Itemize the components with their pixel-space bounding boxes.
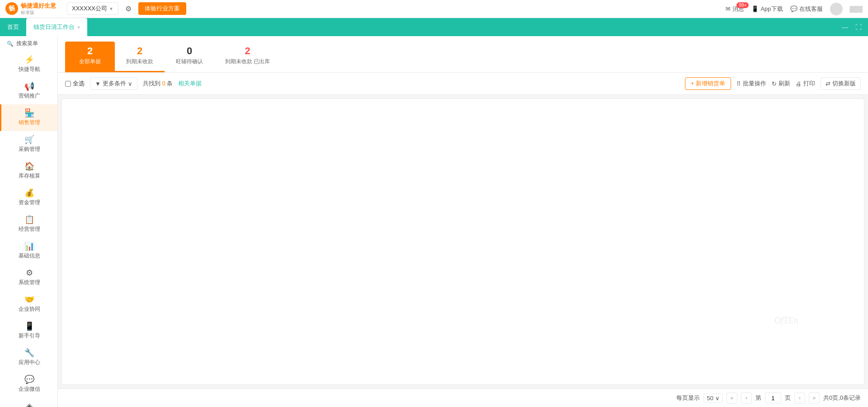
sidebar-item-marketing[interactable]: 📢 营销推广 xyxy=(0,78,57,104)
search-label: 搜索菜单 xyxy=(16,40,38,47)
sidebar-item-inventory[interactable]: 🏠 库存核算 xyxy=(0,158,57,184)
stat-tab-pending[interactable]: 0 旺辅待确认 xyxy=(165,42,214,72)
first-page-btn[interactable]: « xyxy=(726,393,737,403)
found-count-value: 0 xyxy=(162,80,165,87)
pagination-bar: 每页显示 50 ∨ « ‹ 第 页 › » 共0页,0条记录 xyxy=(58,388,868,407)
member-icon: ◈ xyxy=(26,402,33,407)
switch-icon: ⇄ xyxy=(826,80,830,87)
sidebar-item-member[interactable]: ◈ 畅会员 xyxy=(0,398,57,407)
prev-page-btn[interactable]: ‹ xyxy=(741,393,752,403)
filter-chevron-icon: ∨ xyxy=(128,80,132,87)
top-bar-right: ✉ 消息 99+ 📱 App下载 💬 在线客服 ▓▓▓ xyxy=(726,3,863,15)
system-label: 系统管理 xyxy=(19,279,40,286)
stat-shipped-number: 2 xyxy=(245,45,250,57)
company-name: XXXXXX公司 xyxy=(72,5,107,13)
select-all-checkbox[interactable]: 全选 xyxy=(65,80,85,88)
page-suffix: 页 xyxy=(785,394,791,402)
online-service-label: 在线客服 xyxy=(799,5,823,13)
sidebar-item-basic-info[interactable]: 📊 基础信息 xyxy=(0,238,57,264)
minimize-btn[interactable]: — xyxy=(839,22,851,33)
experience-btn[interactable]: 体验行业方案 xyxy=(138,2,186,15)
operations-icon: 📋 xyxy=(24,215,34,224)
sidebar-item-sales[interactable]: 🏪 销售管理 xyxy=(0,104,57,131)
stat-all-number: 2 xyxy=(87,45,93,57)
page-input[interactable] xyxy=(765,393,781,403)
print-btn[interactable]: 🖨 打印 xyxy=(796,80,815,88)
last-page-btn[interactable]: » xyxy=(809,393,820,403)
sidebar-item-app-center[interactable]: 🔧 应用中心 xyxy=(0,344,57,371)
settings-icon-btn[interactable]: ⚙ xyxy=(122,2,135,15)
tab-active-label: 钱货日清工作台 xyxy=(33,23,75,31)
tab-active[interactable]: 钱货日清工作台 × xyxy=(26,18,87,36)
sidebar-item-quick-nav[interactable]: ⚡ 快捷导航 xyxy=(0,51,57,78)
stat-pending-number: 0 xyxy=(187,45,192,57)
service-icon: 💬 xyxy=(790,5,797,12)
enterprise-label: 企业协同 xyxy=(19,305,40,313)
app-download-btn[interactable]: 📱 App下载 xyxy=(751,5,783,13)
refresh-label: 刷新 xyxy=(778,80,790,88)
stats-tabs: 2 全部单据 2 到期未收款 0 旺辅待确认 2 到期未收款 已出库 xyxy=(58,36,868,73)
toolbar-left: 全选 ▼ 更多条件 ∨ 共找到 0 条 相关单据 xyxy=(65,77,679,90)
batch-label: 批量操作 xyxy=(743,80,766,88)
messages-btn[interactable]: ✉ 消息 99+ xyxy=(726,5,744,13)
app-download-label: App下载 xyxy=(760,5,783,13)
stat-tab-shipped[interactable]: 2 到期未收款 已出库 xyxy=(214,42,281,72)
related-link[interactable]: 相关单据 xyxy=(178,80,202,88)
next-page-btn[interactable]: › xyxy=(794,393,805,403)
new-sales-btn[interactable]: + 新增销货单 xyxy=(685,77,731,90)
purchase-label: 采购管理 xyxy=(19,145,40,153)
sidebar: 🔍 搜索菜单 ⚡ 快捷导航 📢 营销推广 🏪 销售管理 🛒 采购管理 🏠 库存核… xyxy=(0,36,58,407)
sidebar-item-enterprise[interactable]: 🤝 企业协同 xyxy=(0,291,57,318)
sidebar-search[interactable]: 🔍 搜索菜单 xyxy=(0,36,57,51)
switch-btn[interactable]: ⇄ 切换新版 xyxy=(821,77,861,90)
tab-home[interactable]: 首页 xyxy=(0,18,26,36)
refresh-btn[interactable]: ↻ 刷新 xyxy=(772,80,790,88)
basic-info-icon: 📊 xyxy=(24,242,34,250)
toolbar-right: + 新增销货单 ⠿ 批量操作 ↻ 刷新 🖨 打印 ⇄ 切换新版 xyxy=(685,77,861,90)
guide-label: 新手引导 xyxy=(19,332,40,340)
close-tab-icon[interactable]: × xyxy=(77,24,80,30)
filter-btn[interactable]: ▼ 更多条件 ∨ xyxy=(90,77,137,90)
operations-label: 经营管理 xyxy=(19,225,40,233)
page-size-chevron: ∨ xyxy=(715,395,720,402)
stat-tab-overdue[interactable]: 2 到期未收款 xyxy=(115,42,165,72)
found-unit: 条 xyxy=(167,80,173,87)
sidebar-item-purchase[interactable]: 🛒 采购管理 xyxy=(0,131,57,158)
stat-shipped-label: 到期未收款 已出库 xyxy=(225,58,270,65)
sidebar-item-guide[interactable]: 📱 新手引导 xyxy=(0,318,57,344)
toolbar: 全选 ▼ 更多条件 ∨ 共找到 0 条 相关单据 + 新增销货单 ⠿ 批 xyxy=(58,73,868,95)
stat-overdue-number: 2 xyxy=(137,45,142,57)
download-icon: 📱 xyxy=(751,5,759,12)
marketing-icon: 📢 xyxy=(24,82,34,90)
page-size-value: 50 xyxy=(707,395,713,402)
sidebar-item-wechat[interactable]: 💬 企业微信 xyxy=(0,371,57,398)
message-icon: ✉ xyxy=(726,5,731,12)
found-count: 共找到 0 条 xyxy=(143,80,173,88)
expand-btn[interactable]: ⛶ xyxy=(853,22,864,33)
total-label: 共0页,0条记录 xyxy=(823,394,861,402)
table-area xyxy=(61,98,864,385)
filter-icon: ▼ xyxy=(95,80,101,87)
quick-nav-icon: ⚡ xyxy=(24,56,34,64)
tab-home-label: 首页 xyxy=(7,23,19,31)
filter-label: 更多条件 xyxy=(103,80,126,88)
online-service-btn[interactable]: 💬 在线客服 xyxy=(790,5,823,13)
select-all-input[interactable] xyxy=(65,81,71,87)
top-bar-left: 畅 畅捷通好生意 标准版 XXXXXX公司 ▼ ⚙ 体验行业方案 xyxy=(5,2,186,16)
sidebar-item-operations[interactable]: 📋 经营管理 xyxy=(0,211,57,238)
purchase-icon: 🛒 xyxy=(24,136,34,144)
stat-pending-label: 旺辅待确认 xyxy=(176,58,203,65)
sidebar-item-finance[interactable]: 💰 资金管理 xyxy=(0,184,57,211)
avatar[interactable] xyxy=(830,3,843,15)
company-selector[interactable]: XXXXXX公司 ▼ xyxy=(67,2,118,15)
logo-text: 畅捷通好生意 标准版 xyxy=(21,2,56,16)
basic-info-label: 基础信息 xyxy=(19,252,40,260)
switch-label: 切换新版 xyxy=(832,80,856,88)
top-bar: 畅 畅捷通好生意 标准版 XXXXXX公司 ▼ ⚙ 体验行业方案 ✉ 消息 99… xyxy=(0,0,868,18)
sidebar-item-system[interactable]: ⚙ 系统管理 xyxy=(0,264,57,291)
page-size-select[interactable]: 50 ∨ xyxy=(703,393,722,403)
user-name[interactable]: ▓▓▓ xyxy=(850,5,863,12)
chevron-down-icon: ▼ xyxy=(109,6,113,11)
batch-btn[interactable]: ⠿ 批量操作 xyxy=(736,80,766,88)
stat-tab-all[interactable]: 2 全部单据 xyxy=(65,42,115,72)
